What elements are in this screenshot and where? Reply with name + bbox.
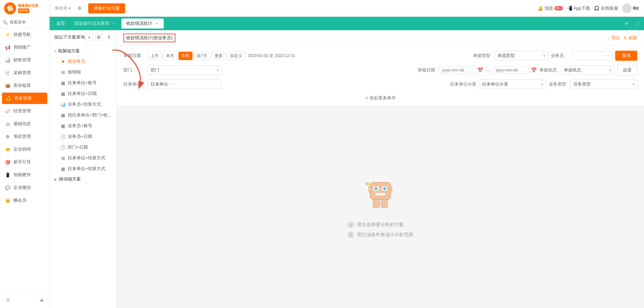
notification-badge: 99+	[554, 6, 563, 10]
settings-footer-btn[interactable]: ⚙	[3, 295, 13, 305]
tree-group-mobile[interactable]: ▶ 移动端方案	[50, 174, 116, 184]
left-panel-header: 按以下方案查询 + ⚙ 《	[50, 30, 116, 45]
salesperson-select[interactable]: ···	[572, 51, 612, 60]
date-btn-custom[interactable]: 自定义	[227, 52, 245, 60]
collapse-more-btn[interactable]: ∧ 收起更多条件	[365, 95, 396, 101]
tab-bank[interactable]: 现金银行流水查询 ×	[70, 18, 121, 29]
sidebar-item-guide[interactable]: 🎯 新手引导	[0, 156, 49, 168]
tab-collection[interactable]: 收款情况统计 ×	[121, 18, 164, 29]
notification-btn[interactable]: 🔔 消息 99+	[538, 5, 563, 11]
date-btn-this-year[interactable]: 本年	[178, 52, 193, 60]
sidebar-item-system[interactable]: ⚙ 系统管理	[0, 130, 49, 143]
window-close-btn[interactable]: ✕	[623, 19, 631, 28]
doc-status-select[interactable]: 单据状态 ▾	[561, 65, 614, 75]
doc-status-arrow: ▾	[610, 68, 611, 72]
export-btn[interactable]: ↑ 导出	[608, 35, 621, 41]
finance-icon: 💰	[5, 95, 11, 101]
table-icon-3: ▦	[60, 112, 66, 118]
settings-scheme-btn[interactable]: ⚙	[95, 34, 102, 41]
date-btn-7days[interactable]: 近7天	[194, 52, 210, 60]
filter-row-2: 部门 部门 ▾ 审核日期 📅 — 📅	[123, 65, 637, 75]
table-icon-1: ▦	[60, 80, 66, 86]
settings-btn[interactable]: 设置	[617, 65, 637, 75]
tree-item-by-sales[interactable]: ● 按业务员	[50, 56, 116, 67]
notification-label: 消息	[544, 5, 553, 11]
online-service-btn[interactable]: 🎧 在线客服	[594, 5, 618, 11]
sidebar-item-sales[interactable]: 📊 销售管理	[0, 54, 49, 66]
review-date-end-field[interactable]	[493, 66, 530, 74]
partner-more-btn[interactable]: ···	[169, 81, 176, 87]
tab-collection-close[interactable]: ×	[154, 21, 159, 26]
topbar-settings-icon[interactable]: ⚙	[75, 4, 84, 13]
query-btn[interactable]: 查询	[615, 51, 637, 61]
svg-rect-5	[375, 193, 385, 195]
inventory-icon: 📦	[5, 83, 11, 89]
partner-category-arrow: ▾	[541, 83, 543, 86]
window-maximize-btn[interactable]: □	[633, 19, 641, 28]
doc-status-placeholder: 单据状态	[564, 67, 581, 73]
sidebar-item-quick[interactable]: ⚡ 快捷导航	[0, 28, 49, 41]
date-btn-this-month[interactable]: 本月	[163, 52, 177, 60]
dept-select[interactable]: 部门 ▾	[148, 65, 221, 75]
doc-status-label: 单据状态	[539, 67, 558, 73]
tree-item-sales-date[interactable]: 🕐 业务员+日期	[50, 131, 116, 142]
date-btn-last-month[interactable]: 上月	[148, 52, 162, 60]
demo-btn[interactable]: 体验行业方案	[88, 3, 125, 13]
tree-item-partner-settlement2[interactable]: ▦ 往来单位+结算方式	[50, 163, 116, 174]
sidebar-item-finance[interactable]: 💰 资金管理	[2, 93, 47, 104]
sidebar-search[interactable]: 🔍 搜索菜单	[0, 17, 49, 28]
collapse-sidebar-btn[interactable]: ◀	[37, 295, 46, 305]
service-icon: 🎧	[594, 6, 599, 11]
sidebar-item-wechat[interactable]: 💬 企业微信	[0, 181, 49, 194]
tree-section: ▾ 电脑端方案 ● 按业务员 ⊞ 按明细 ▦ 往来单位+账号 ▦ 往来单位	[50, 45, 116, 186]
marketing-icon: 📢	[5, 44, 11, 50]
tree-item-partner-date[interactable]: ▦ 往来单位+日期	[50, 88, 116, 99]
dept-label: 部门	[123, 67, 142, 73]
tree-item-partner-settlement1[interactable]: ⊞ 往来单位+结算方式	[50, 153, 116, 163]
logo-badge: 标准版	[18, 8, 29, 13]
sidebar-item-marketing[interactable]: 📢 营销推广	[0, 41, 49, 54]
sidebar-item-inventory[interactable]: 📦 库存核算	[0, 79, 49, 92]
sidebar-item-purchase[interactable]: 🛒 采购管理	[0, 66, 49, 79]
breadcrumb-separator: ▾	[68, 6, 71, 11]
partner-select[interactable]: 往来单位 ···	[148, 80, 221, 89]
tree-item-sales-settlement[interactable]: 📊 业务员+结算方式	[50, 99, 116, 110]
clock-icon-2: 🕐	[60, 145, 66, 150]
partner-label: 往来单位	[123, 81, 142, 87]
sidebar-item-enterprise[interactable]: 🤝 企业协同	[0, 143, 49, 156]
tree-item-by-detail[interactable]: ⊞ 按明细	[50, 67, 116, 78]
tree-group-desktop[interactable]: ▾ 电脑端方案	[50, 46, 116, 56]
collapse-panel-btn[interactable]: 《	[104, 34, 112, 41]
doc-type-select[interactable]: 单据类型 ▾	[494, 51, 548, 60]
user-area[interactable]: Rit	[622, 4, 639, 13]
download-icon: 📲	[567, 6, 572, 11]
sidebar-item-hardware[interactable]: 📱 智能硬件	[0, 168, 49, 181]
tab-home[interactable]: 首页	[52, 18, 69, 29]
review-date-start-input[interactable]: 📅	[439, 66, 483, 74]
empty-state-area: 1 请先选择要分析的方案 2 用过滤条件来缩小分析范围	[117, 106, 644, 308]
partner-category-placeholder: 往来单位分类	[482, 81, 508, 87]
sidebar-item-basic[interactable]: 🗂 基础信息	[0, 117, 49, 130]
review-date-start-field[interactable]	[439, 66, 476, 74]
tree-item-partner-dept[interactable]: ▦ 按往来单位+部门+收...	[50, 110, 116, 120]
review-date-end-input[interactable]: 📅	[493, 66, 537, 74]
date-btn-more[interactable]: 更多	[212, 52, 226, 60]
app-download-btn[interactable]: 📲 App下载	[567, 5, 590, 11]
tree-item-partner-account[interactable]: ▦ 往来单位+账号	[50, 78, 116, 88]
date-range-display: 2023-01-01 至 2023-12-31	[248, 53, 295, 59]
add-scheme-btn[interactable]: +	[86, 34, 93, 41]
date-separator: —	[486, 68, 490, 73]
refresh-btn[interactable]: ↻ 刷新	[624, 35, 637, 41]
quick-icon: ⚡	[5, 32, 11, 38]
tree-item-dept-date[interactable]: 🕐 部门+日期	[50, 142, 116, 153]
basic-icon: 🗂	[5, 121, 11, 127]
guide-icon: 🎯	[5, 159, 11, 165]
business-type-select[interactable]: 业务类型 ▾	[570, 80, 637, 89]
breadcrumb-text: 畅捷通	[55, 5, 67, 11]
left-panel-title: 按以下方案查询	[54, 34, 85, 40]
tree-item-sales-account[interactable]: ▦ 业务员+账号	[50, 120, 116, 131]
sidebar-item-member[interactable]: 👑 畅会员	[0, 194, 49, 207]
sidebar-item-operation[interactable]: 📈 经营管理	[0, 105, 49, 117]
tab-bank-close[interactable]: ×	[111, 21, 116, 26]
partner-category-select[interactable]: 往来单位分类 ▾	[479, 80, 546, 89]
